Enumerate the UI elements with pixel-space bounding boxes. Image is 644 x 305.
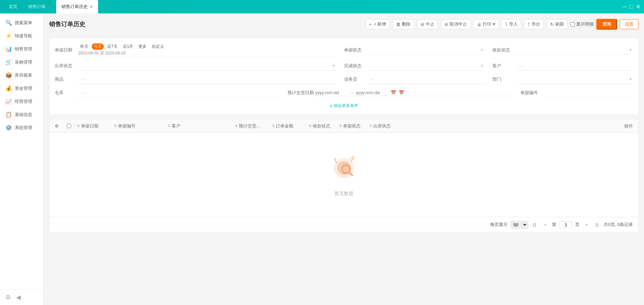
show-detail-checkbox-label[interactable]: 显示明细 [570,21,594,27]
sidebar-item-sys-mgmt[interactable]: ⚙️ 系统管理 [0,121,43,134]
out-stock-label: 出库状态 [55,63,78,69]
select-all-checkbox[interactable] [67,124,71,128]
next-page-btn[interactable]: ＞ [582,221,590,229]
complete-status-arrow-icon: ▾ [481,64,483,68]
doc-number-field[interactable] [545,90,632,95]
doc-status-arrow-icon: ▾ [481,48,483,52]
cancel-stop-button[interactable]: ⊘ 取消中止 [441,19,471,29]
filter-salesperson: 业务员 ··· [344,75,484,84]
sidebar-bottom: ⚙ ◀ [0,289,43,305]
sidebar-item-quick-nav-label: 快捷导航 [15,33,32,39]
date-range-display: 2023-06-02 至 2023-06-02 [78,50,336,56]
date-yesterday[interactable]: 昨天 [78,43,90,50]
first-page-btn[interactable]: ⟨⟨ [530,221,539,229]
close-window-icon[interactable]: ✕ [636,3,641,10]
th-doc-status[interactable]: ⇅ 单据状态 [336,123,367,129]
th-doc-no[interactable]: ⇅ 单据编号 [111,123,165,129]
settings-button[interactable]: 设置 [620,19,639,29]
th-customer[interactable]: ⇅ 客户 [165,123,232,129]
doc-status-select[interactable]: ▾ [368,45,484,55]
payment-status-select[interactable]: ▾ [516,45,633,55]
th-doc-date[interactable]: ⇅ 单据日期 [74,123,111,129]
sidebar-item-sales-mgmt[interactable]: 📊 销售管理 [0,42,43,55]
date-1month[interactable]: 近1月 [121,43,135,50]
empty-text: 暂无数据 [335,191,353,197]
toolbar: + + 新增 🗑 删除 ⊘ 中止 ⊘ 取消中止 🖨 打印 ▾ [366,19,639,30]
per-page-select[interactable]: 50 10 20 100 [510,221,528,229]
dept-select[interactable]: ▾ [516,75,633,84]
sort-icon-delivery: ⇅ [235,124,238,128]
calendar-to-icon[interactable]: 📅 [399,90,404,95]
per-page-label: 每页显示 [490,222,508,228]
new-button[interactable]: + + 新增 [366,19,390,29]
doc-number-label: 单据编号 [520,90,544,96]
delivery-date-to[interactable] [356,90,389,95]
sidebar-collapse-icon[interactable]: ◀ [16,294,21,301]
th-amount[interactable]: ⇅ 订单金额 [269,123,306,129]
tab-sales-order-close[interactable]: ✕ [48,5,51,9]
customer-ellipsis-icon[interactable]: ··· [517,63,524,69]
sidebar-item-search-menu[interactable]: 🔍 搜索菜单 [0,16,43,29]
settings-col-icon[interactable]: ⚙ [55,123,59,128]
calendar-from-icon[interactable]: 📅 [391,90,396,95]
salesperson-input[interactable]: ··· [368,75,484,84]
date-today[interactable]: 今天 [92,43,104,50]
th-delivery[interactable]: ⇅ 预计交货... [232,123,269,129]
date-7days[interactable]: 近7天 [105,43,120,50]
delivery-date-from[interactable] [315,90,349,95]
stop-button[interactable]: ⊘ 中止 [417,19,438,29]
filter-delivery-date: 预计交货日期 — 📅 📅 [288,89,512,96]
empty-illustration [327,153,361,187]
out-stock-arrow-icon: ▾ [333,64,335,68]
filter-row-4: 仓库 ··· 预计交货日期 — 📅 📅 单据编号 [55,88,633,98]
tab-sales-order-history[interactable]: 销售订单历史 ✕ [56,0,98,13]
refresh-icon: ↻ [550,22,554,27]
export-button[interactable]: ⤴ 导出 [524,19,544,29]
maximize-icon[interactable]: □ [629,3,633,10]
print-button[interactable]: 🖨 打印 ▾ [473,19,499,29]
sys-mgmt-icon: ⚙️ [5,124,12,131]
product-ellipsis-icon[interactable]: ··· [80,77,86,82]
search-menu-icon: 🔍 [5,20,12,26]
th-payment-status[interactable]: ⇅ 收款状态 [306,123,336,129]
query-button[interactable]: 查询 [596,19,617,30]
date-more[interactable]: 更多 [136,43,148,50]
import-button[interactable]: ⤵ 导入 [502,19,521,29]
product-input[interactable]: ··· [78,75,336,84]
th-out-stock-status[interactable]: ⇅ 出库状态 [367,123,397,129]
show-detail-checkbox[interactable] [570,22,575,27]
sort-icon-doc-no: ⇅ [114,124,117,128]
delete-button[interactable]: 🗑 删除 [392,19,414,29]
prev-page-btn[interactable]: ＜ [541,221,549,229]
quick-nav-icon: ⚡ [5,33,12,39]
complete-status-select[interactable]: ▾ [368,61,484,71]
th-checkbox[interactable] [64,124,74,128]
tab-home[interactable]: 首页 [3,0,23,13]
dept-arrow-icon: ▾ [630,77,632,81]
th-settings[interactable]: ⚙ [52,123,64,128]
doc-number-input[interactable] [544,88,633,98]
sidebar-item-operation[interactable]: 📈 经营管理 [0,95,43,108]
sidebar-item-base-info[interactable]: 📋 基础信息 [0,108,43,121]
out-stock-select[interactable]: ▾ [78,61,336,71]
collapse-button[interactable]: ∧ 收起更多条件 [328,102,359,110]
tab-sales-order-history-close[interactable]: ✕ [90,5,93,9]
sidebar-item-base-info-label: 基础信息 [15,112,32,118]
sidebar-item-inventory[interactable]: 📦 库存核算 [0,69,43,82]
sidebar-item-quick-nav[interactable]: ⚡ 快捷导航 [0,29,43,42]
sidebar-item-finance[interactable]: 💰 资金管理 [0,82,43,95]
sidebar-settings-icon[interactable]: ⚙ [5,294,11,301]
customer-input[interactable]: ··· [516,61,633,71]
tab-sales-order[interactable]: 销售订单 ✕ [23,0,56,13]
finance-icon: 💰 [5,85,12,91]
date-custom[interactable]: 自定义 [150,43,166,50]
minimize-icon[interactable]: ─ [622,3,627,10]
salesperson-ellipsis-icon[interactable]: ··· [369,77,376,82]
refresh-button[interactable]: ↻ 刷新 [547,19,568,29]
sidebar-item-purchase-mgmt[interactable]: 🛒 采购管理 [0,55,43,69]
current-page-input[interactable] [559,221,572,228]
tab-sales-order-history-label: 销售订单历史 [61,4,88,10]
warehouse-ellipsis-icon[interactable]: ··· [80,90,86,96]
warehouse-input[interactable]: ··· [78,88,280,98]
last-page-btn[interactable]: ⟩⟩ [593,221,601,229]
